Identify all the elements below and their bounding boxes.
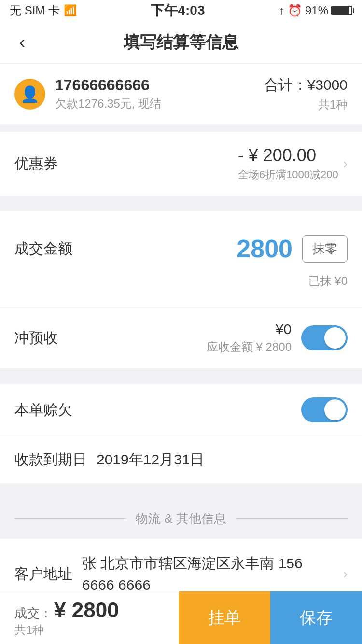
- writeoff-toggle-thumb: [324, 399, 346, 420]
- precollect-right: ¥0 应收金额 ¥ 2800: [207, 321, 348, 355]
- divider-line-right: [236, 518, 348, 519]
- location-icon: ↑: [279, 4, 285, 17]
- divider-2: [0, 368, 362, 376]
- wifi-icon: 📶: [64, 4, 77, 17]
- battery-icon: [331, 6, 352, 15]
- coupon-chevron-icon: ›: [343, 156, 348, 171]
- save-button[interactable]: 保存: [270, 591, 362, 644]
- bottom-bar: 成交： ¥ 2800 共1种 挂单 保存: [0, 591, 362, 644]
- coupon-label: 优惠券: [14, 154, 58, 174]
- round-zero-button[interactable]: 抹零: [302, 235, 348, 263]
- avatar-icon: 👤: [20, 85, 40, 103]
- date-label: 收款到期日: [14, 450, 87, 470]
- status-time: 下午4:03: [151, 1, 205, 20]
- alarm-icon: ⏰: [288, 4, 302, 17]
- back-icon: ‹: [19, 32, 25, 52]
- status-bar: 无 SIM 卡 📶 下午4:03 ↑ ⏰ 91%: [0, 0, 362, 21]
- coupon-section[interactable]: 优惠券 - ¥ 200.00 全场6折满1000减200 ›: [0, 132, 362, 196]
- amount-sub-label: 已抹 ¥0: [308, 274, 348, 287]
- amount-row: 成交金额 2800 抹零: [14, 224, 348, 273]
- divider-3: [0, 483, 362, 491]
- page-title: 填写结算等信息: [124, 31, 238, 54]
- amount-value: 2800: [237, 234, 292, 263]
- battery-percent: 91%: [305, 4, 328, 17]
- deal-label: 成交：: [14, 605, 52, 622]
- status-left: 无 SIM 卡 📶: [10, 3, 77, 18]
- customer-info: 17666666666 欠款1276.35元, 现结: [55, 76, 161, 112]
- precollect-values: ¥0 应收金额 ¥ 2800: [207, 321, 292, 355]
- writeoff-toggle[interactable]: [301, 397, 348, 422]
- logistics-text: 物流 & 其他信息: [126, 510, 236, 527]
- coupon-description: 全场6折满1000减200: [238, 168, 338, 182]
- precollect-section: 冲预收 ¥0 应收金额 ¥ 2800: [0, 307, 362, 368]
- precollect-row: 冲预收 ¥0 应收金额 ¥ 2800: [0, 308, 362, 368]
- address-chevron-icon: ›: [343, 566, 348, 582]
- nav-bar: ‹ 填写结算等信息: [0, 21, 362, 64]
- coupon-discount: - ¥ 200.00: [238, 145, 338, 166]
- amount-right: 2800 抹零: [237, 234, 348, 263]
- customer-total: 合计：¥3000: [264, 75, 348, 95]
- bottom-deal-row: 成交： ¥ 2800: [14, 598, 164, 622]
- divider-line-left: [14, 518, 126, 519]
- bottom-summary: 成交： ¥ 2800 共1种: [0, 598, 179, 638]
- address-value: 张 北京市市辖区海淀区永丰南 156 6666 6666: [82, 552, 334, 596]
- back-button[interactable]: ‹: [14, 28, 30, 57]
- address-label: 客户地址: [14, 564, 72, 584]
- date-section: 收款到期日 2019年12月31日: [0, 436, 362, 483]
- deal-count: 共1种: [14, 622, 164, 638]
- amount-label: 成交金额: [14, 239, 72, 259]
- hang-order-button[interactable]: 挂单: [179, 591, 270, 644]
- customer-subtitle: 欠款1276.35元, 现结: [55, 96, 161, 112]
- amount-section: 成交金额 2800 抹零 已抹 ¥0: [0, 211, 362, 307]
- customer-count: 共1种: [264, 97, 348, 112]
- logistics-divider: 物流 & 其他信息: [0, 499, 362, 539]
- customer-left: 👤 17666666666 欠款1276.35元, 现结: [14, 76, 161, 112]
- precollect-toggle-thumb: [324, 327, 346, 349]
- precollect-toggle[interactable]: [301, 325, 348, 350]
- avatar: 👤: [14, 79, 45, 110]
- writeoff-section: 本单赊欠: [0, 384, 362, 436]
- customer-right: 合计：¥3000 共1种: [264, 75, 348, 112]
- customer-phone: 17666666666: [55, 76, 161, 94]
- writeoff-label: 本单赊欠: [14, 400, 72, 420]
- no-sim-text: 无 SIM 卡: [10, 3, 60, 18]
- precollect-sub: 应收金额 ¥ 2800: [207, 339, 292, 355]
- precollect-label: 冲预收: [14, 328, 58, 348]
- bottom-buttons: 挂单 保存: [179, 591, 362, 644]
- content: 👤 17666666666 欠款1276.35元, 现结 合计：¥3000 共1…: [0, 64, 362, 644]
- date-value: 2019年12月31日: [97, 450, 204, 470]
- divider-1: [0, 203, 362, 211]
- coupon-info: - ¥ 200.00 全场6折满1000减200: [238, 145, 338, 182]
- precollect-amount: ¥0: [207, 321, 292, 337]
- deal-amount: ¥ 2800: [54, 598, 119, 622]
- coupon-right: - ¥ 200.00 全场6折满1000减200 ›: [238, 145, 348, 182]
- customer-section: 👤 17666666666 欠款1276.35元, 现结 合计：¥3000 共1…: [0, 64, 362, 124]
- status-right: ↑ ⏰ 91%: [279, 4, 352, 17]
